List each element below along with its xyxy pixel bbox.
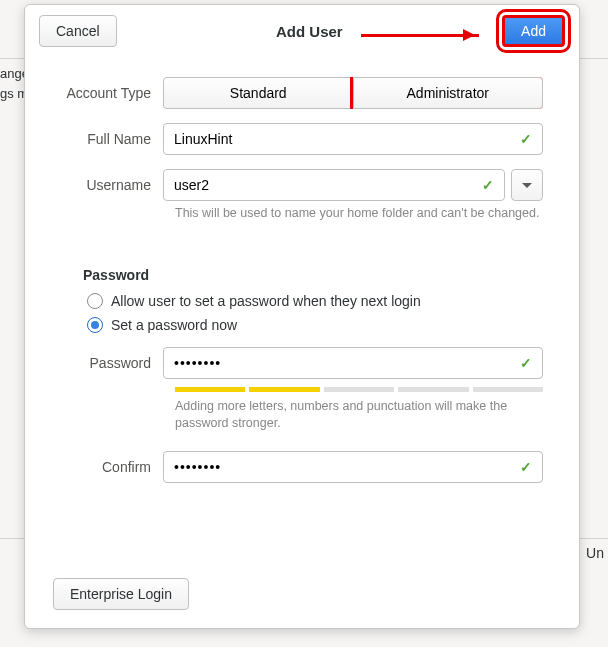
confirm-input[interactable] — [174, 459, 520, 475]
radio-set-now-label: Set a password now — [111, 317, 237, 333]
confirm-label: Confirm — [35, 459, 163, 475]
password-input-wrap: ✓ — [163, 347, 543, 379]
strength-seg-2 — [249, 387, 319, 392]
radio-set-now[interactable] — [87, 317, 103, 333]
add-button[interactable]: Add — [502, 15, 565, 47]
strength-seg-3 — [324, 387, 394, 392]
fullname-input-wrap: ✓ — [163, 123, 543, 155]
password-label: Password — [35, 355, 163, 371]
radio-allow-later[interactable] — [87, 293, 103, 309]
annotation-arrow-add — [361, 34, 479, 37]
check-icon: ✓ — [520, 355, 532, 371]
fullname-label: Full Name — [35, 131, 163, 147]
strength-seg-5 — [473, 387, 543, 392]
add-user-dialog: Cancel Add User Add Account Type Standar… — [24, 4, 580, 629]
username-input[interactable] — [174, 177, 482, 193]
username-help-text: This will be used to name your home fold… — [175, 205, 543, 223]
password-section-title: Password — [83, 267, 543, 283]
check-icon: ✓ — [520, 131, 532, 147]
check-icon: ✓ — [482, 177, 494, 193]
account-type-standard[interactable]: Standard — [163, 77, 353, 109]
username-dropdown-button[interactable] — [511, 169, 543, 201]
background-unlock-button[interactable]: Un — [582, 537, 608, 569]
radio-allow-later-label: Allow user to set a password when they n… — [111, 293, 421, 309]
enterprise-login-button[interactable]: Enterprise Login — [53, 578, 189, 610]
username-input-wrap: ✓ — [163, 169, 505, 201]
account-type-label: Account Type — [35, 85, 163, 101]
confirm-input-wrap: ✓ — [163, 451, 543, 483]
account-type-administrator[interactable]: Administrator — [353, 77, 544, 109]
strength-seg-4 — [398, 387, 468, 392]
chevron-down-icon — [522, 183, 532, 188]
account-type-segment: Standard Administrator — [163, 77, 543, 109]
check-icon: ✓ — [520, 459, 532, 475]
dialog-header: Cancel Add User Add — [25, 5, 579, 57]
password-input[interactable] — [174, 355, 520, 371]
password-strength-bar — [175, 387, 543, 392]
password-strength-help: Adding more letters, numbers and punctua… — [175, 398, 543, 433]
cancel-button[interactable]: Cancel — [39, 15, 117, 47]
fullname-input[interactable] — [174, 131, 520, 147]
strength-seg-1 — [175, 387, 245, 392]
username-label: Username — [35, 177, 163, 193]
